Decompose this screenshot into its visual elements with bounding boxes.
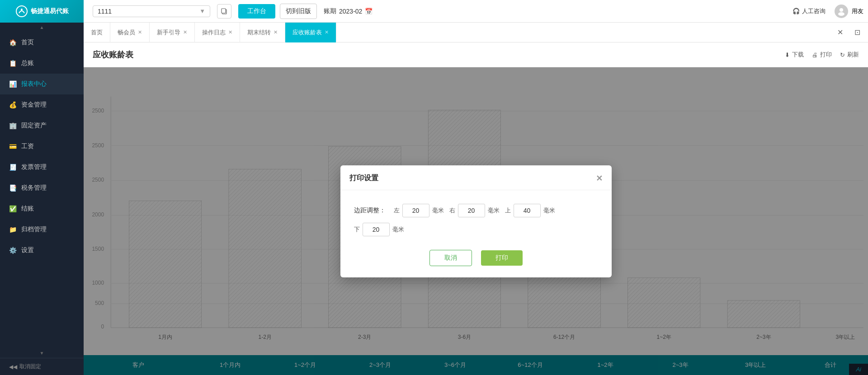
company-name: 1111 [98, 8, 196, 15]
tab-ar-aging-close[interactable]: ✕ [325, 29, 329, 35]
svg-point-4 [840, 8, 843, 12]
tab-period-end[interactable]: 期末结转 ✕ [240, 23, 285, 42]
maximize-tab-button[interactable]: ⊡ [851, 26, 863, 39]
company-selector[interactable]: 1111 ▼ [93, 5, 210, 17]
tab-guide[interactable]: 新手引导 ✕ [150, 23, 195, 42]
bottom-label: 下 [354, 225, 360, 234]
print-icon: 🖨 [812, 52, 818, 58]
scroll-down-arrow-icon[interactable]: ▼ [40, 351, 44, 356]
user-area[interactable]: 用友 [835, 5, 863, 18]
margin-right-group: 右 毫米 [449, 204, 500, 217]
modal-title: 打印设置 [349, 173, 378, 183]
sidebar-item-payroll-label: 工资 [21, 142, 34, 150]
tab-period-end-close[interactable]: ✕ [274, 29, 278, 35]
tabs-actions: ✕ ⊡ [834, 26, 868, 39]
headset-icon: 🎧 [793, 8, 800, 14]
sidebar-item-report-label: 报表中心 [21, 80, 47, 88]
settlement-icon: ✅ [9, 205, 17, 212]
tab-period-end-label: 期末结转 [247, 28, 271, 37]
sidebar-item-payroll[interactable]: 💳 工资 [0, 136, 84, 157]
margin-row: 边距调整： 左 毫米 右 毫米 [354, 204, 598, 236]
sidebar-item-report-center[interactable]: 📊 报表中心 [0, 74, 84, 94]
settings-icon: ⚙️ [9, 247, 17, 254]
tab-home[interactable]: 首页 [84, 23, 110, 42]
sidebar-item-invoice-label: 发票管理 [21, 163, 47, 171]
tab-ar-aging[interactable]: 应收账龄表 ✕ [285, 23, 336, 42]
tab-guide-label: 新手引导 [157, 28, 180, 37]
download-action[interactable]: ⬇ 下载 [785, 51, 804, 59]
left-margin-input[interactable] [402, 204, 429, 217]
archive-icon: 📁 [9, 226, 17, 233]
modal-body: 边距调整： 左 毫米 右 毫米 [340, 190, 612, 245]
copy-icon[interactable] [217, 4, 231, 19]
page-title: 应收账龄表 [93, 49, 133, 60]
capital-icon: 💰 [9, 101, 17, 108]
sidebar-item-assets-label: 固定资产 [21, 122, 47, 130]
logo: 畅捷通易代账 [0, 0, 84, 23]
main-layout: ▲ 🏠 首页 📋 总账 📊 报表中心 💰 资金管理 🏢 固定资产 [0, 23, 868, 375]
sidebar: ▲ 🏠 首页 📋 总账 📊 报表中心 💰 资金管理 🏢 固定资产 [0, 23, 84, 375]
consultant-area[interactable]: 🎧 人工咨询 [793, 7, 826, 15]
scroll-up-arrow-icon[interactable]: ▲ [40, 25, 44, 30]
sidebar-item-tax[interactable]: 📑 税务管理 [0, 178, 84, 198]
sidebar-item-home-label: 首页 [21, 38, 34, 47]
margin-top-group: 上 毫米 [505, 204, 555, 217]
tab-member-close[interactable]: ✕ [138, 29, 142, 35]
sidebar-item-invoice[interactable]: 🧾 发票管理 [0, 157, 84, 178]
sidebar-item-archive[interactable]: 📁 归档管理 [0, 219, 84, 240]
sidebar-item-settlement-label: 结账 [21, 205, 34, 213]
left-unit: 毫米 [432, 206, 444, 215]
bottom-margin-input[interactable] [363, 223, 390, 236]
tab-member[interactable]: 畅会员 ✕ [110, 23, 150, 42]
chart-area: 2500 2500 2500 2000 1500 1000 500 0 [84, 67, 868, 375]
tab-guide-close[interactable]: ✕ [183, 29, 187, 35]
invoice-icon: 🧾 [9, 164, 17, 171]
refresh-label: 刷新 [847, 51, 859, 59]
home-icon: 🏠 [9, 39, 17, 46]
pin-icon: ◀◀ [9, 364, 17, 370]
top-label: 上 [505, 206, 511, 215]
report-icon: 📊 [9, 80, 17, 88]
margin-label: 边距调整： [354, 206, 386, 215]
collapse-label: 取消固定 [19, 363, 41, 370]
sidebar-collapse[interactable]: ◀◀ 取消固定 [0, 358, 84, 375]
left-label: 左 [394, 206, 400, 215]
top-header: 畅捷通易代账 1111 ▼ 工作台 切到旧版 账期 2023-02 📅 🎧 人工… [0, 0, 868, 23]
top-unit: 毫米 [543, 206, 555, 215]
account-period-value: 2023-02 [339, 8, 362, 15]
sidebar-item-settlement[interactable]: ✅ 结账 [0, 198, 84, 219]
modal-close-button[interactable]: ✕ [596, 173, 603, 183]
tax-icon: 📑 [9, 184, 17, 192]
refresh-action[interactable]: ↻ 刷新 [840, 51, 859, 59]
sidebar-item-capital[interactable]: 💰 资金管理 [0, 94, 84, 115]
tab-log[interactable]: 操作日志 ✕ [195, 23, 240, 42]
top-margin-input[interactable] [514, 204, 541, 217]
page-content: 应收账龄表 ⬇ 下载 🖨 打印 ↻ 刷新 [84, 42, 868, 375]
print-confirm-button[interactable]: 打印 [481, 250, 523, 266]
tab-member-label: 畅会员 [118, 28, 135, 37]
refresh-icon: ↻ [840, 52, 845, 58]
sidebar-item-ledger-label: 总账 [21, 59, 34, 67]
sidebar-item-settings[interactable]: ⚙️ 设置 [0, 240, 84, 261]
margin-bottom-group: 下 毫米 [354, 223, 404, 236]
sidebar-item-home[interactable]: 🏠 首页 [0, 32, 84, 53]
margin-left-group: 左 毫米 [394, 204, 444, 217]
calendar-icon[interactable]: 📅 [365, 8, 373, 15]
switch-version-button[interactable]: 切到旧版 [280, 4, 317, 19]
scroll-up-indicator: ▲ [0, 23, 84, 32]
consultant-label: 人工咨询 [802, 7, 826, 15]
print-action[interactable]: 🖨 打印 [812, 51, 832, 59]
scroll-down-indicator: ▼ [0, 348, 84, 358]
cancel-button[interactable]: 取消 [429, 250, 472, 266]
page-header: 应收账龄表 ⬇ 下载 🖨 打印 ↻ 刷新 [84, 42, 868, 67]
print-settings-dialog: 打印设置 ✕ 边距调整： 左 毫米 [340, 165, 612, 277]
svg-rect-3 [222, 9, 226, 13]
tab-ar-aging-label: 应收账龄表 [292, 28, 322, 37]
workbench-button[interactable]: 工作台 [238, 4, 275, 19]
right-margin-input[interactable] [458, 204, 485, 217]
sidebar-item-general-ledger[interactable]: 📋 总账 [0, 53, 84, 74]
close-tab-button[interactable]: ✕ [834, 26, 846, 39]
avatar [835, 5, 848, 18]
sidebar-item-fixed-assets[interactable]: 🏢 固定资产 [0, 115, 84, 136]
tab-log-close[interactable]: ✕ [228, 29, 232, 35]
